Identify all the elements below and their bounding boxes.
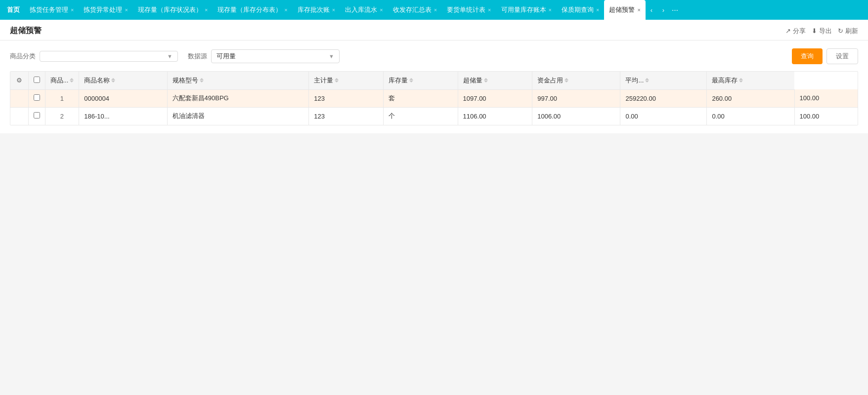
sort-icon-product-code <box>70 78 74 82</box>
row-checkbox-1[interactable] <box>34 112 40 118</box>
row-checkbox-cell-1 <box>28 107 45 125</box>
query-button[interactable]: 查询 <box>792 48 823 64</box>
sort-stock[interactable]: 库存量 <box>389 76 413 85</box>
share-button[interactable]: ↗ 分享 <box>785 27 806 36</box>
nav-close-2[interactable]: × <box>125 7 128 13</box>
refresh-label: 刷新 <box>845 27 858 36</box>
sort-icon-spec <box>200 78 204 82</box>
th-stock-label: 库存量 <box>389 76 408 85</box>
share-icon: ↗ <box>785 27 791 35</box>
th-capital-label: 资金占用 <box>537 76 563 85</box>
th-avg-label: 平均... <box>625 76 644 85</box>
filter-row: 商品分类 ▼ 数据源 可用量 ▼ 查询 设置 <box>10 48 858 64</box>
sort-icon-product-name <box>111 78 115 82</box>
nav-item-8[interactable]: 要货单统计表 × <box>442 0 496 20</box>
sort-icon-avg <box>645 78 649 82</box>
nav-close-3[interactable]: × <box>205 7 208 13</box>
row-spec-0: 123 <box>309 89 384 107</box>
sort-icon-overstock <box>484 78 488 82</box>
th-max-stock: 最高库存 <box>707 72 794 89</box>
sort-icon-unit <box>335 78 339 82</box>
filter-category: 商品分类 ▼ <box>10 51 178 62</box>
nav-prev-arrow[interactable]: ‹ <box>646 0 657 20</box>
nav-close-4[interactable]: × <box>284 7 287 13</box>
row-checkbox-cell-0 <box>28 89 45 107</box>
sort-avg[interactable]: 平均... <box>625 76 649 85</box>
nav-item-1[interactable]: 拣货任务管理 × <box>25 0 79 20</box>
row-gear-1 <box>10 107 28 125</box>
filter-actions: 查询 设置 <box>792 48 858 64</box>
select-all-checkbox[interactable] <box>34 77 40 83</box>
nav-item-4[interactable]: 现存量（库存分布表） × <box>213 0 292 20</box>
category-select[interactable]: ▼ <box>40 51 178 62</box>
table-container: ⚙ 商品... <box>10 71 858 125</box>
row-capital-0: 259220.00 <box>620 89 707 107</box>
nav-label-10: 保质期查询 <box>562 5 594 14</box>
settings-button[interactable]: 设置 <box>826 48 858 64</box>
refresh-button[interactable]: ↻ 刷新 <box>838 27 858 36</box>
nav-item-11[interactable]: 超储预警 × <box>604 0 645 20</box>
nav-item-6[interactable]: 出入库流水 × <box>340 0 388 20</box>
datasource-label: 数据源 <box>188 52 207 61</box>
sort-max-stock[interactable]: 最高库存 <box>712 76 743 85</box>
sort-product-name[interactable]: 商品名称 <box>84 76 115 85</box>
nav-bar: 首页 拣货任务管理 × 拣货异常处理 × 现存量（库存状况表） × 现存量（库存… <box>0 0 868 20</box>
nav-item-3[interactable]: 现存量（库存状况表） × <box>133 0 213 20</box>
th-spec: 规格型号 <box>167 72 309 89</box>
th-stock: 库存量 <box>383 72 458 89</box>
nav-close-5[interactable]: × <box>332 7 335 13</box>
row-avg-1: 0.00 <box>707 107 794 125</box>
nav-close-7[interactable]: × <box>434 7 437 13</box>
page-header: 超储预警 ↗ 分享 ⬇ 导出 ↻ 刷新 <box>0 20 868 40</box>
th-product-name: 商品名称 <box>79 72 167 89</box>
export-button[interactable]: ⬇ 导出 <box>812 27 832 36</box>
th-product-name-label: 商品名称 <box>84 76 110 85</box>
nav-label-6: 出入库流水 <box>345 5 377 14</box>
row-num-1: 2 <box>45 107 79 125</box>
sort-icon-capital <box>564 78 568 82</box>
filter-datasource: 数据源 可用量 ▼ <box>188 49 340 63</box>
nav-close-1[interactable]: × <box>71 7 74 13</box>
main-content: 商品分类 ▼ 数据源 可用量 ▼ 查询 设置 ⚙ <box>0 40 868 133</box>
sort-unit[interactable]: 主计量 <box>314 76 339 85</box>
datasource-select[interactable]: 可用量 ▼ <box>211 49 340 63</box>
row-spec-1: 123 <box>309 107 384 125</box>
nav-close-11[interactable]: × <box>637 7 640 13</box>
nav-label-2: 拣货异常处理 <box>84 5 122 14</box>
sort-overstock[interactable]: 超储量 <box>463 76 488 85</box>
header-actions: ↗ 分享 ⬇ 导出 ↻ 刷新 <box>785 27 858 36</box>
nav-item-home-label: 首页 <box>7 5 20 14</box>
datasource-dropdown-icon: ▼ <box>329 53 334 59</box>
sort-spec[interactable]: 规格型号 <box>173 76 204 85</box>
sort-capital[interactable]: 资金占用 <box>537 76 568 85</box>
nav-item-9[interactable]: 可用量库存账本 × <box>496 0 557 20</box>
th-product-code: 商品... <box>45 72 79 89</box>
nav-label-9: 可用量库存账本 <box>501 5 546 14</box>
row-num-0: 1 <box>45 89 79 107</box>
nav-label-4: 现存量（库存分布表） <box>217 5 282 14</box>
row-checkbox-0[interactable] <box>34 94 40 101</box>
row-stock-1: 1106.00 <box>458 107 532 125</box>
gear-icon[interactable]: ⚙ <box>16 77 22 84</box>
sort-product-code[interactable]: 商品... <box>50 76 74 85</box>
th-gear: ⚙ <box>10 72 28 89</box>
share-label: 分享 <box>793 27 806 36</box>
nav-close-10[interactable]: × <box>596 7 599 13</box>
nav-label-11: 超储预警 <box>609 5 635 14</box>
nav-item-2[interactable]: 拣货异常处理 × <box>79 0 132 20</box>
nav-close-9[interactable]: × <box>549 7 552 13</box>
row-gear-0 <box>10 89 28 107</box>
table-header-row: ⚙ 商品... <box>10 72 858 89</box>
nav-item-10[interactable]: 保质期查询 × <box>557 0 604 20</box>
row-capital-1: 0.00 <box>620 107 707 125</box>
nav-next-arrow[interactable]: › <box>657 0 669 20</box>
refresh-icon: ↻ <box>838 27 843 35</box>
nav-more-arrow[interactable]: ⋯ <box>669 0 681 20</box>
nav-close-8[interactable]: × <box>488 7 491 13</box>
row-max-stock-1: 100.00 <box>794 107 858 125</box>
row-stock-0: 1097.00 <box>458 89 532 107</box>
nav-item-7[interactable]: 收发存汇总表 × <box>388 0 442 20</box>
nav-item-5[interactable]: 库存批次账 × <box>293 0 340 20</box>
nav-close-6[interactable]: × <box>380 7 383 13</box>
nav-item-home[interactable]: 首页 <box>2 0 25 20</box>
